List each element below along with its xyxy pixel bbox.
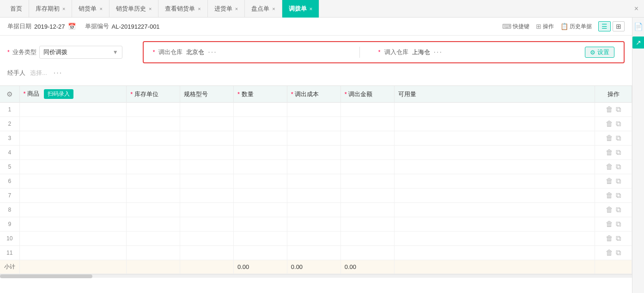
row-available-9[interactable] xyxy=(394,217,595,232)
row-available-4[interactable] xyxy=(394,146,595,160)
copy-icon-7[interactable]: ⧉ xyxy=(616,191,621,200)
delete-icon-5[interactable]: 🗑 xyxy=(606,163,613,171)
row-unit-4[interactable] xyxy=(127,146,180,160)
row-cost-4[interactable] xyxy=(287,146,340,160)
copy-icon-10[interactable]: ⧉ xyxy=(616,234,621,243)
tab-sales-order[interactable]: 销货单 × xyxy=(72,0,109,18)
row-available-5[interactable] xyxy=(394,160,595,174)
row-qty-10[interactable] xyxy=(233,232,287,246)
delete-icon-4[interactable]: 🗑 xyxy=(606,148,613,157)
doc-sidebar-icon[interactable]: 📄 xyxy=(634,22,643,31)
list-view-btn[interactable]: ☰ xyxy=(598,21,611,31)
row-unit-2[interactable] xyxy=(127,117,180,131)
row-qty-2[interactable] xyxy=(233,117,287,131)
row-amount-7[interactable] xyxy=(340,189,394,203)
business-type-select[interactable]: 同价调拨 ▼ xyxy=(39,46,122,59)
row-available-2[interactable] xyxy=(394,117,595,131)
delete-icon-9[interactable]: 🗑 xyxy=(606,220,613,228)
delete-icon-8[interactable]: 🗑 xyxy=(606,206,613,214)
row-spec-10[interactable] xyxy=(180,232,234,246)
row-spec-7[interactable] xyxy=(180,189,234,203)
row-cost-10[interactable] xyxy=(287,232,340,246)
operator-placeholder[interactable]: 选择... xyxy=(30,69,47,77)
in-warehouse-more-btn[interactable]: ··· xyxy=(434,48,443,56)
shortcuts-btn[interactable]: ⌨ 快捷键 xyxy=(502,23,529,31)
delete-icon-3[interactable]: 🗑 xyxy=(606,134,613,142)
row-spec-6[interactable] xyxy=(180,174,234,189)
row-unit-7[interactable] xyxy=(127,189,180,203)
horizontal-scrollbar[interactable] xyxy=(0,274,632,278)
tab-sales-history[interactable]: 销货单历史 × xyxy=(109,0,158,18)
row-cost-11[interactable] xyxy=(287,246,340,260)
row-product-1[interactable] xyxy=(19,103,127,117)
row-cost-5[interactable] xyxy=(287,160,340,174)
row-qty-7[interactable] xyxy=(233,189,287,203)
row-spec-5[interactable] xyxy=(180,160,234,174)
row-amount-2[interactable] xyxy=(340,117,394,131)
delete-icon-10[interactable]: 🗑 xyxy=(606,234,613,243)
row-available-1[interactable] xyxy=(394,103,595,117)
tab-transfer-order-close[interactable]: × xyxy=(310,6,312,12)
row-qty-8[interactable] xyxy=(233,203,287,217)
row-spec-1[interactable] xyxy=(180,103,234,117)
delete-icon-7[interactable]: 🗑 xyxy=(606,191,613,200)
copy-icon-9[interactable]: ⧉ xyxy=(616,220,621,228)
tab-purchase-order-close[interactable]: × xyxy=(235,6,238,12)
scrollbar-thumb[interactable] xyxy=(0,275,92,278)
tab-sales-history-close[interactable]: × xyxy=(149,6,152,12)
tab-purchase-order[interactable]: 进货单 × xyxy=(208,0,245,18)
row-product-10[interactable] xyxy=(19,232,127,246)
scan-button[interactable]: 扫码录入 xyxy=(44,89,73,99)
row-product-4[interactable] xyxy=(19,146,127,160)
row-qty-5[interactable] xyxy=(233,160,287,174)
row-available-10[interactable] xyxy=(394,232,595,246)
row-qty-11[interactable] xyxy=(233,246,287,260)
row-unit-9[interactable] xyxy=(127,217,180,232)
row-product-3[interactable] xyxy=(19,131,127,146)
row-product-5[interactable] xyxy=(19,160,127,174)
row-unit-8[interactable] xyxy=(127,203,180,217)
tab-inventory-init[interactable]: 库存期初 × xyxy=(29,0,72,18)
row-amount-6[interactable] xyxy=(340,174,394,189)
row-spec-3[interactable] xyxy=(180,131,234,146)
row-available-3[interactable] xyxy=(394,131,595,146)
tab-sales-order-close[interactable]: × xyxy=(99,6,102,12)
copy-icon-6[interactable]: ⧉ xyxy=(616,177,621,185)
row-product-9[interactable] xyxy=(19,217,127,232)
row-amount-3[interactable] xyxy=(340,131,394,146)
operator-more-btn[interactable]: ··· xyxy=(54,69,62,77)
out-warehouse-more-btn[interactable]: ··· xyxy=(208,48,217,56)
row-product-8[interactable] xyxy=(19,203,127,217)
row-cost-6[interactable] xyxy=(287,174,340,189)
row-spec-9[interactable] xyxy=(180,217,234,232)
row-cost-8[interactable] xyxy=(287,203,340,217)
calendar-icon[interactable]: 📅 xyxy=(68,23,76,30)
row-cost-2[interactable] xyxy=(287,117,340,131)
tab-inventory-check-close[interactable]: × xyxy=(272,6,275,12)
row-spec-8[interactable] xyxy=(180,203,234,217)
row-amount-10[interactable] xyxy=(340,232,394,246)
tab-transfer-order[interactable]: 调拨单 × xyxy=(282,0,319,18)
copy-icon-8[interactable]: ⧉ xyxy=(616,206,621,214)
row-available-7[interactable] xyxy=(394,189,595,203)
row-unit-5[interactable] xyxy=(127,160,180,174)
copy-icon-5[interactable]: ⧉ xyxy=(616,163,621,171)
grid-view-btn[interactable]: ⊞ xyxy=(613,21,625,31)
row-cost-1[interactable] xyxy=(287,103,340,117)
row-qty-9[interactable] xyxy=(233,217,287,232)
row-available-8[interactable] xyxy=(394,203,595,217)
copy-icon-2[interactable]: ⧉ xyxy=(616,120,621,128)
row-qty-4[interactable] xyxy=(233,146,287,160)
row-amount-8[interactable] xyxy=(340,203,394,217)
operations-btn[interactable]: ⊞ 操作 xyxy=(536,23,554,31)
row-amount-4[interactable] xyxy=(340,146,394,160)
row-amount-5[interactable] xyxy=(340,160,394,174)
row-amount-1[interactable] xyxy=(340,103,394,117)
delete-icon-6[interactable]: 🗑 xyxy=(606,177,613,185)
tab-inventory-check[interactable]: 盘点单 × xyxy=(245,0,282,18)
row-cost-9[interactable] xyxy=(287,217,340,232)
row-product-2[interactable] xyxy=(19,117,127,131)
delete-icon-2[interactable]: 🗑 xyxy=(606,120,613,128)
row-unit-1[interactable] xyxy=(127,103,180,117)
row-amount-11[interactable] xyxy=(340,246,394,260)
